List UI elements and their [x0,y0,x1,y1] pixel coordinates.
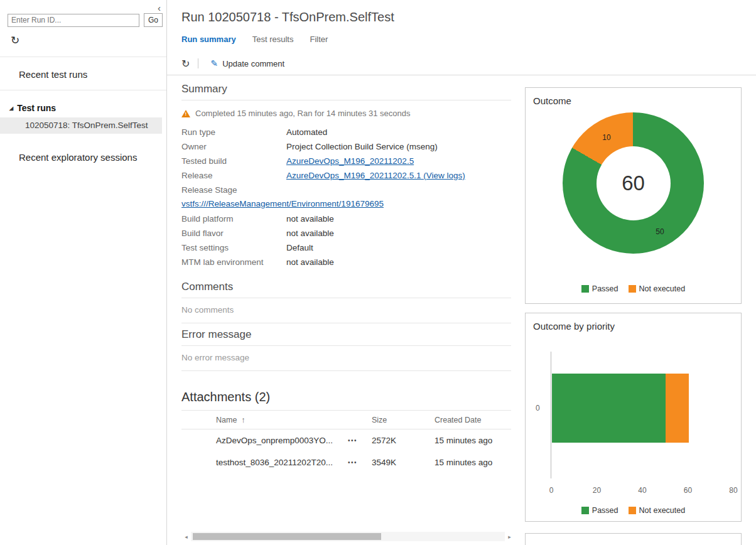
toolbar-separator [198,58,198,68]
run-id-input[interactable] [8,14,139,27]
test-runs-tree-header[interactable]: ◢ Test runs [9,103,56,113]
legend-item-not-executed: Not executed [629,284,686,293]
x-axis-ticks: 020406080 [551,486,734,496]
passed-swatch-icon [581,285,589,293]
scroll-left-icon[interactable]: ◂ [181,534,191,540]
run-status: ! Completed 15 minutes ago, Ran for 14 m… [181,109,511,118]
scrollbar-thumb[interactable] [193,533,381,540]
column-header-size[interactable]: Size [372,416,435,424]
column-header-name[interactable]: Name ↑ [216,416,348,424]
legend-item-passed: Passed [581,284,618,293]
release-link[interactable]: AzureDevOps_M196_20211202.5.1 (View logs… [286,168,465,183]
passed-swatch-icon [581,507,589,514]
outcome-legend: Passed Not executed [526,284,741,293]
toolbar: ↻ ✎ Update comment [167,52,756,75]
update-comment-label: Update comment [222,59,284,68]
attachment-name[interactable]: AzDevOps_onpremp0003YO... [216,436,348,445]
outcome-donut-chart[interactable]: 10 50 60 [563,112,704,254]
outcome-chart-wrap: 10 50 60 [526,112,741,254]
field-label: MTM lab environment [181,255,286,269]
x-tick-label: 40 [638,486,646,495]
run-id-search: Go [8,13,163,27]
not-executed-swatch-icon [629,507,636,514]
donut-total-value: 60 [622,171,645,195]
warning-icon: ! [181,110,190,117]
tab-bar: Run summary Test results Filter [181,35,756,44]
refresh-icon[interactable]: ↻ [181,58,190,70]
attachment-row[interactable]: AzDevOps_onpremp0003YO... ••• 2572K 15 m… [181,429,511,451]
recent-exploratory-sessions-link[interactable]: Recent exploratory sessions [19,152,137,163]
field-release-stage: Release Stage [181,183,511,197]
tree-expanded-icon[interactable]: ◢ [9,105,13,111]
tested-build-link[interactable]: AzureDevOps_M196_20211202.5 [286,154,414,168]
x-tick-label: 20 [593,486,601,495]
test-runs-label: Test runs [17,103,56,113]
attachment-name[interactable]: testhost_8036_20211202T20... [216,458,348,467]
sidebar-refresh-icon[interactable]: ↻ [11,34,19,47]
field-label: Release [181,168,286,183]
attachments-table-header: Name ↑ Size Created Date [181,411,511,429]
field-value: Automated [286,125,327,139]
donut-total: 60 [597,146,671,220]
release-stage-link-row: vstfs:///ReleaseManagement/Environment/1… [181,197,511,211]
outcome-by-priority-legend: Passed Not executed [526,506,741,515]
scrollbar-track[interactable] [191,532,505,541]
run-summary-content: Summary ! Completed 15 minutes ago, Ran … [167,75,525,545]
next-card-partial [525,533,742,545]
field-label: Build flavor [181,226,286,240]
tab-run-summary[interactable]: Run summary [181,35,236,44]
attachment-row[interactable]: testhost_8036_20211202T20... ••• 3549K 1… [181,451,511,473]
field-value: not available [286,255,334,269]
test-run-tree-item-label: 102050718: TfsOnPrem.SelfTest [25,121,148,130]
attachment-created: 15 minutes ago [435,436,511,445]
field-value: not available [286,226,334,240]
bar-segment-not-executed[interactable] [666,374,688,443]
field-test-settings: Test settings Default [181,240,511,255]
field-value: not available [286,212,334,226]
more-options-icon[interactable]: ••• [348,459,372,466]
y-axis-category-label: 0 [536,404,540,413]
bar-segment-passed[interactable] [552,374,666,443]
tab-filter[interactable]: Filter [310,35,328,44]
legend-item-passed: Passed [581,506,618,515]
recent-test-runs-link[interactable]: Recent test runs [19,69,87,80]
donut-label-not-executed: 10 [602,133,610,142]
comments-heading: Comments [181,279,511,298]
field-build-platform: Build platform not available [181,212,511,226]
field-tested-build: Tested build AzureDevOps_M196_20211202.5 [181,154,511,168]
field-build-flavor: Build flavor not available [181,226,511,240]
pencil-icon: ✎ [210,58,218,68]
attachments-heading: Attachments (2) [181,390,511,411]
field-label: Tested build [181,154,286,168]
legend-item-not-executed: Not executed [629,506,686,515]
attachment-created: 15 minutes ago [435,458,511,467]
field-value: Project Collection Build Service (mseng) [286,139,438,154]
test-run-tree-item[interactable]: 102050718: TfsOnPrem.SelfTest [0,117,162,134]
run-status-text: Completed 15 minutes ago, Ran for 14 min… [195,109,411,118]
field-label: Release Stage [181,183,286,197]
field-label: Owner [181,139,286,154]
error-message-body: No error message [181,346,511,371]
sort-ascending-icon: ↑ [241,416,245,424]
field-label: Run type [181,125,286,139]
field-value: Default [286,240,313,255]
legend-label: Not executed [639,284,686,293]
comments-body: No comments [181,298,511,323]
update-comment-button[interactable]: ✎ Update comment [207,58,288,69]
stacked-bar [552,374,689,443]
horizontal-scrollbar[interactable]: ◂ ▸ [181,532,514,541]
error-message-heading: Error message [181,327,511,346]
go-button[interactable]: Go [144,13,163,27]
scroll-right-icon[interactable]: ▸ [505,534,514,540]
main-panel: Run 102050718 - TfsOnPrem.SelfTest Run s… [167,0,756,545]
sidebar-collapse-icon[interactable]: ‹ [156,3,163,13]
more-options-icon[interactable]: ••• [348,437,372,444]
x-tick-label: 80 [729,486,737,495]
column-header-created-date[interactable]: Created Date [435,416,511,424]
release-stage-link[interactable]: vstfs:///ReleaseManagement/Environment/1… [181,199,384,208]
x-tick-label: 0 [549,486,554,495]
sidebar-divider [0,90,166,90]
attachment-size: 2572K [372,436,435,445]
tab-test-results[interactable]: Test results [252,35,294,44]
priority-bar-chart: 0 020406080 [551,352,734,478]
